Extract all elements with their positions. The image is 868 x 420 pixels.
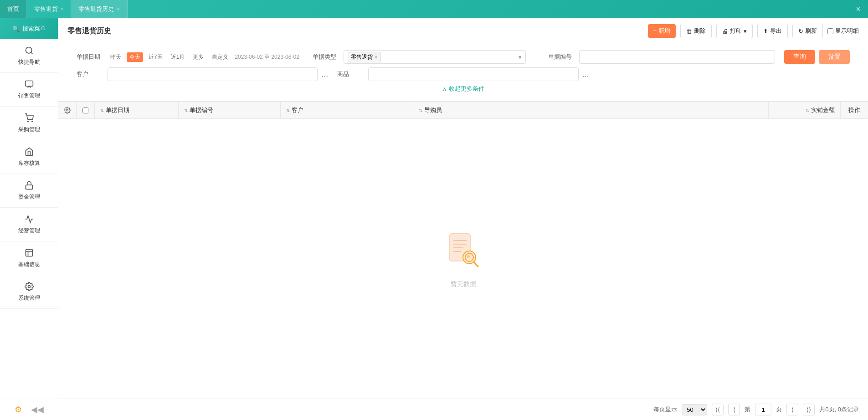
tab-retail-return-label: 零售退货: [34, 5, 58, 13]
sidebar-item-system[interactable]: 系统管理: [0, 275, 58, 309]
filter-customer-item: 客户 ...: [77, 67, 328, 81]
sort-no-icon: ⇅: [184, 108, 188, 113]
sidebar-search-label: 搜索菜单: [22, 25, 46, 33]
tab-home[interactable]: 首页: [0, 0, 27, 18]
customer-ellipsis-btn[interactable]: ...: [321, 70, 328, 79]
th-guide[interactable]: ⇅ 导购员: [413, 102, 515, 118]
print-button[interactable]: 🖨 打印 ▾: [716, 24, 753, 38]
page-last-button[interactable]: ⟩⟩: [803, 404, 815, 415]
empty-text: 暂无数据: [451, 280, 476, 288]
show-detail-checkbox[interactable]: [827, 28, 833, 34]
page-first-button[interactable]: ⟨⟨: [712, 404, 724, 415]
tab-retail-return-close[interactable]: ×: [61, 6, 63, 12]
sidebar-item-quick-nav-label: 快捷导航: [18, 58, 40, 66]
type-tag-close[interactable]: ×: [375, 54, 378, 60]
filter-row-2: 客户 ... 商品 ...: [67, 66, 859, 83]
date-btn-custom[interactable]: 自定义: [209, 52, 231, 62]
svg-line-18: [474, 262, 478, 266]
goods-filter-input[interactable]: [368, 67, 578, 81]
tab-retail-return-history-close[interactable]: ×: [117, 6, 119, 12]
th-no[interactable]: ⇅ 单据编号: [179, 102, 281, 118]
collapse-filter-button[interactable]: ∧ 收起更多条件: [67, 83, 859, 97]
date-btn-today[interactable]: 今天: [127, 52, 143, 62]
sidebar: 🔍 搜索菜单 快捷导航 销售管理 采购管理 库存核算: [0, 18, 58, 420]
filter-row-1: 单据日期 昨天 今天 近7天 近1月 更多 自定义 2023-06-02 至 2…: [67, 48, 859, 66]
sidebar-search[interactable]: 🔍 搜索菜单: [0, 18, 58, 39]
purchase-icon: [24, 113, 34, 123]
th-customer[interactable]: ⇅ 客户: [281, 102, 413, 118]
page-header: 零售退货历史 + 新增 🗑 删除 🖨 打印 ▾ ⬆ 导出: [58, 18, 868, 102]
page-prev-button[interactable]: ⟨: [728, 404, 740, 415]
type-filter-select[interactable]: 零售退货 × ▾: [344, 50, 526, 64]
sidebar-item-inventory-label: 库存核算: [18, 159, 40, 167]
top-bar: 首页 零售退货 × 零售退货历史 × ×: [0, 0, 868, 18]
window-close-button[interactable]: ×: [856, 5, 861, 14]
filter-type-item: 单据类型 零售退货 × ▾: [313, 50, 539, 64]
th-check[interactable]: [77, 102, 95, 118]
filter-date-item: 单据日期 昨天 今天 近7天 近1月 更多 自定义 2023-06-02 至 2…: [77, 52, 303, 62]
refresh-button[interactable]: ↻ 刷新: [792, 24, 823, 38]
query-action-buttons: 查询 设置: [784, 50, 850, 64]
th-spacer: [515, 102, 769, 118]
collapse-up-icon: ∧: [442, 86, 447, 92]
sort-customer-icon: ⇅: [286, 108, 290, 113]
new-button[interactable]: + 新增: [648, 24, 676, 38]
total-info: 共0页, 0条记录: [819, 405, 859, 414]
th-date[interactable]: ⇅ 单据日期: [95, 102, 179, 118]
page-title-row: 零售退货历史 + 新增 🗑 删除 🖨 打印 ▾ ⬆ 导出: [67, 24, 859, 38]
setting-button[interactable]: 设置: [819, 50, 850, 64]
sidebar-item-operations[interactable]: 经营管理: [0, 208, 58, 241]
sidebar-item-finance[interactable]: 资金管理: [0, 174, 58, 208]
th-amount[interactable]: ⇅ 实销金额: [769, 102, 841, 118]
page-number-input[interactable]: [755, 404, 771, 415]
settings-bottom-icon[interactable]: ⚙: [15, 405, 22, 415]
tab-home-label: 首页: [7, 5, 19, 13]
date-range-display: 2023-06-02 至 2023-06-02: [235, 53, 299, 61]
date-filter-label: 单据日期: [77, 53, 104, 61]
sort-date-icon: ⇅: [100, 108, 104, 113]
sidebar-item-quick-nav[interactable]: 快捷导航: [0, 39, 58, 73]
sidebar-item-inventory[interactable]: 库存核算: [0, 140, 58, 174]
delete-button[interactable]: 🗑 删除: [680, 24, 712, 38]
sort-guide-icon: ⇅: [419, 108, 422, 113]
query-button[interactable]: 查询: [784, 50, 815, 64]
sidebar-bottom: ⚙ ◀◀: [0, 399, 58, 420]
date-btn-1month[interactable]: 近1月: [168, 52, 188, 62]
type-filter-label: 单据类型: [313, 53, 340, 61]
no-filter-input[interactable]: [579, 50, 775, 64]
content-area: 零售退货历史 + 新增 🗑 删除 🖨 打印 ▾ ⬆ 导出: [58, 18, 868, 420]
svg-rect-5: [26, 185, 32, 189]
sort-amount-icon: ⇅: [806, 108, 809, 113]
page-size-select[interactable]: 50 10 20 100: [682, 404, 707, 415]
date-btn-more[interactable]: 更多: [190, 52, 206, 62]
date-btn-yesterday[interactable]: 昨天: [108, 52, 124, 62]
customer-filter-input[interactable]: [108, 67, 318, 81]
svg-point-19: [467, 255, 470, 258]
table-container: ⇅ 单据日期 ⇅ 单据编号 ⇅ 客户 ⇅ 导购员 ⇅ 实销: [58, 102, 868, 420]
base-info-icon: [24, 248, 34, 258]
page-next-button[interactable]: ⟩: [786, 404, 798, 415]
tab-retail-return-history[interactable]: 零售退货历史 ×: [71, 0, 127, 18]
table-header: ⇅ 单据日期 ⇅ 单据编号 ⇅ 客户 ⇅ 导购员 ⇅ 实销: [58, 102, 868, 119]
date-btn-7days[interactable]: 近7天: [146, 52, 165, 62]
empty-illustration: [441, 229, 486, 275]
export-button[interactable]: ⬆ 导出: [757, 24, 788, 38]
no-filter-label: 单据编号: [548, 53, 575, 61]
sidebar-item-sales[interactable]: 销售管理: [0, 73, 58, 107]
svg-point-10: [67, 109, 68, 111]
export-icon: ⬆: [763, 28, 768, 35]
svg-line-1: [31, 52, 32, 54]
tab-retail-return-history-label: 零售退货历史: [78, 5, 114, 13]
sidebar-item-sales-label: 销售管理: [18, 92, 40, 100]
svg-point-4: [31, 121, 32, 122]
type-select-dropdown-icon: ▾: [519, 54, 522, 61]
sidebar-item-operations-label: 经营管理: [18, 227, 40, 235]
sidebar-item-purchase[interactable]: 采购管理: [0, 107, 58, 140]
select-all-checkbox[interactable]: [82, 108, 88, 113]
tab-retail-return[interactable]: 零售退货 ×: [27, 0, 71, 18]
sidebar-item-base-info[interactable]: 基础信息: [0, 241, 58, 275]
goods-ellipsis-btn[interactable]: ...: [582, 70, 589, 79]
th-settings[interactable]: [58, 102, 77, 118]
inventory-icon: [24, 147, 34, 157]
audio-bottom-icon[interactable]: ◀◀: [31, 405, 44, 415]
